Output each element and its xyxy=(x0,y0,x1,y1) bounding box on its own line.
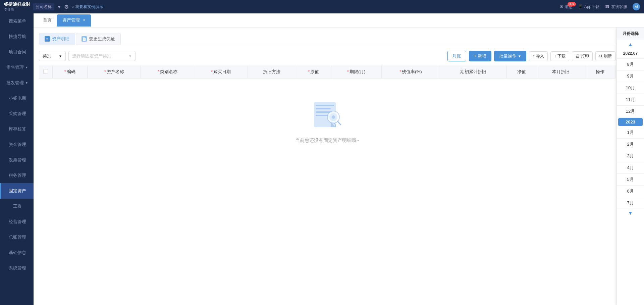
col-action: 操作 xyxy=(585,65,615,79)
month-2023-06[interactable]: 6月 xyxy=(617,186,644,197)
sidebar-item-invoice[interactable]: 发票管理 xyxy=(0,152,34,168)
month-2023-02[interactable]: 2月 xyxy=(617,139,644,150)
download-icon: ↓ xyxy=(554,54,556,58)
batch-ops-button[interactable]: 批量操作 ▼ xyxy=(494,51,526,61)
sidebar-item-label: 搜索菜单 xyxy=(1,18,34,24)
category-input-arrow: ▼ xyxy=(128,54,132,58)
sidebar-item-inventory[interactable]: 库存核算 xyxy=(0,121,34,137)
sidebar-item-ledger[interactable]: 总账管理 xyxy=(0,230,34,245)
sub-tab-asset-detail[interactable]: ≡ 资产明细 xyxy=(39,33,75,45)
app-download-icon: 📱 xyxy=(578,4,583,9)
sidebar-item-purchase[interactable]: 采购管理 xyxy=(0,106,34,121)
month-2023-03[interactable]: 3月 xyxy=(617,150,644,162)
sidebar-item-label: 系统管理 xyxy=(1,265,34,271)
company-selector[interactable]: 公司名称 xyxy=(33,3,54,10)
empty-illustration xyxy=(307,99,347,132)
app-download-button[interactable]: 📱 App下载 xyxy=(578,4,599,10)
user-avatar[interactable]: Ai xyxy=(633,3,640,10)
sidebar-item-finance[interactable]: 资金管理 xyxy=(0,137,34,152)
message-badge: 99+ xyxy=(568,2,576,6)
month-2023-04[interactable]: 4月 xyxy=(617,162,644,174)
table: *编码 *资产名称 *类别名称 *购买日期 折旧方法 *原值 *期限(月) *残… xyxy=(39,65,615,79)
sidebar-item-quick-nav[interactable]: 快捷导航 xyxy=(0,29,34,44)
online-service-button[interactable]: ☎ 在线客服 xyxy=(605,4,627,10)
message-button[interactable]: ✉ 消息 99+ xyxy=(560,4,573,10)
toolbar-right: 对账 + 新增 批量操作 ▼ ↑ 导入 xyxy=(447,51,615,61)
sidebar-item-operations[interactable]: 经营管理 xyxy=(0,214,34,230)
month-2022-11[interactable]: 11月 xyxy=(617,94,644,106)
user-icon: Ai xyxy=(633,3,640,10)
sidebar-item-project[interactable]: 项目合同 xyxy=(0,44,34,60)
month-2023-07[interactable]: 7月 xyxy=(617,197,644,209)
sidebar-item-fixed-assets[interactable]: 固定资产 xyxy=(0,183,34,199)
tab-home[interactable]: 首页 xyxy=(38,14,57,27)
sidebar-item-label: 小畅电商 xyxy=(1,95,34,101)
reconcile-button[interactable]: 对账 xyxy=(447,51,466,61)
sidebar-item-label: 发票管理 xyxy=(1,157,34,163)
col-check xyxy=(39,65,52,79)
sidebar-item-label: 采购管理 xyxy=(1,111,34,117)
tab-close-icon[interactable]: × xyxy=(83,18,86,22)
sidebar-item-label: 项目合同 xyxy=(1,49,34,55)
svg-point-8 xyxy=(332,115,335,119)
col-original-value: *原值 xyxy=(296,65,331,79)
svg-rect-2 xyxy=(316,108,331,109)
year-2023-badge[interactable]: 2023 xyxy=(618,118,643,126)
category-input[interactable]: 选择请固定资产类别 ▼ xyxy=(68,51,136,61)
month-picker-down-nav[interactable]: ▼ xyxy=(617,209,644,217)
company-dropdown-icon[interactable]: ▼ xyxy=(57,4,61,9)
month-picker-up-nav[interactable]: ▲ xyxy=(617,40,644,48)
sidebar-item-payroll[interactable]: 工资 xyxy=(0,199,34,214)
sidebar-item-retail[interactable]: 零售管理 ▼ xyxy=(0,60,34,75)
new-button[interactable]: + 新增 xyxy=(469,51,491,61)
sidebar-item-base-info[interactable]: 基础信息 xyxy=(0,245,34,260)
category-filter[interactable]: 类别 ▼ xyxy=(39,51,66,61)
app-name: 畅捷通好业财 xyxy=(4,1,30,7)
sidebar-item-label: 经营管理 xyxy=(1,219,34,225)
settings-icon[interactable]: ⚙ xyxy=(64,4,69,10)
col-net-value: 净值 xyxy=(506,65,537,79)
sidebar-item-label: 税务管理 xyxy=(1,172,34,179)
month-2023-01[interactable]: 1月 xyxy=(617,127,644,139)
month-2023-05[interactable]: 5月 xyxy=(617,174,644,186)
sub-tab-asset-detail-label: 资产明细 xyxy=(52,36,69,42)
refresh-button[interactable]: ↺ 刷新 xyxy=(595,51,615,61)
import-label: 导入 xyxy=(536,53,544,59)
svg-rect-1 xyxy=(316,105,334,106)
sidebar-item-label: 资金管理 xyxy=(1,142,34,148)
category-placeholder: 选择请固定资产类别 xyxy=(72,53,111,59)
sidebar-item-ecommerce[interactable]: 小畅电商 xyxy=(0,91,34,106)
reconcile-label: 对账 xyxy=(452,53,461,59)
tab-asset-management[interactable]: 资产管理 × xyxy=(57,14,91,27)
empty-svg xyxy=(307,99,347,132)
sidebar-item-system[interactable]: 系统管理 xyxy=(0,260,34,276)
select-all-checkbox[interactable] xyxy=(43,69,48,74)
empty-state: 当前您还没有固定资产明细哦~ xyxy=(39,79,615,164)
toolbar-left: 类别 ▼ 选择请固定资产类别 ▼ xyxy=(39,51,136,61)
month-2022-12[interactable]: 12月 xyxy=(617,106,644,117)
month-picker-panel[interactable]: 月份选择 ▲ 2022.07 8月 9月 10月 11月 12月 2023 1月… xyxy=(616,28,644,305)
app-subtitle: 专业版 xyxy=(4,7,30,12)
top-bar-left: 畅捷通好业财 专业版 公司名称 ▼ ⚙ ○ 我要看实例演示 xyxy=(4,1,103,12)
sidebar-item-tax[interactable]: 税务管理 xyxy=(0,168,34,183)
category-label: 类别 xyxy=(43,53,51,59)
top-bar: 畅捷通好业财 专业版 公司名称 ▼ ⚙ ○ 我要看实例演示 ✉ 消息 99+ 📱… xyxy=(0,0,644,13)
col-category-name: *类别名称 xyxy=(141,65,194,79)
month-2022-10[interactable]: 10月 xyxy=(617,82,644,94)
month-2022-07[interactable]: 2022.07 xyxy=(617,48,644,59)
sidebar-item-label: 工资 xyxy=(1,203,34,209)
month-2022-09[interactable]: 9月 xyxy=(617,70,644,82)
sub-tab-change-voucher[interactable]: 📄 变更生成凭证 xyxy=(76,33,121,45)
chevron-down-icon: ▼ xyxy=(25,66,28,69)
demo-link[interactable]: ○ 我要看实例演示 xyxy=(71,4,103,10)
sidebar-item-wholesale[interactable]: 批发管理 ▼ xyxy=(0,75,34,91)
sidebar-item-label: 固定资产 xyxy=(1,188,34,194)
download-button[interactable]: ↓ 下载 xyxy=(550,51,569,61)
print-button[interactable]: 🖨 打印 xyxy=(572,51,593,61)
month-2022-08[interactable]: 8月 xyxy=(617,59,644,70)
sidebar: 搜索菜单 快捷导航 项目合同 零售管理 ▼ 批发管理 ▼ 小畅电商 采购管理 库… xyxy=(0,13,34,305)
sidebar-item-search[interactable]: 搜索菜单 xyxy=(0,13,34,29)
app-logo: 畅捷通好业财 专业版 xyxy=(4,1,30,12)
sidebar-item-label: 总账管理 xyxy=(1,234,34,240)
import-button[interactable]: ↑ 导入 xyxy=(529,51,548,61)
